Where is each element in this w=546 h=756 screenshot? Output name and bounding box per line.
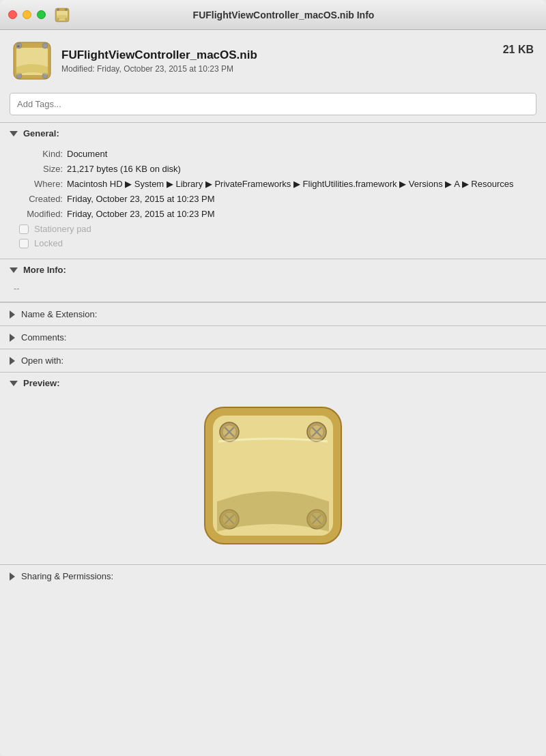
main-content: FUFlightViewController_macOS.nib Modifie… [0,30,546,756]
open-with-section-header[interactable]: Open with: [0,349,546,372]
preview-section-header[interactable]: Preview: [0,373,546,394]
stationery-pad-row: Stationery pad [19,222,532,236]
more-info-value: -- [14,283,20,293]
window: FUFlightViewController_macOS.nib Info FU… [0,0,546,756]
size-label: Size: [14,162,63,177]
created-label: Created: [14,192,63,207]
created-value: Friday, October 23, 2015 at 10:23 PM [67,192,532,207]
title-bar: FUFlightViewController_macOS.nib Info [0,0,546,30]
locked-label: Locked [34,238,63,248]
general-section-header[interactable]: General: [0,123,546,144]
more-info-triangle-icon [10,267,18,273]
kind-row: Kind: Document [14,147,532,162]
general-triangle-icon [10,131,18,136]
general-section-content: Kind: Document Size: 21,217 bytes (16 KB… [0,144,546,259]
sharing-section-title: Sharing & Permissions: [21,571,113,581]
locked-row: Locked [19,236,532,250]
modified-row: Modified: Friday, October 23, 2015 at 10… [14,207,532,222]
close-button[interactable] [8,10,17,19]
where-label: Where: [14,177,63,192]
file-name: FUFlightViewController_macOS.nib [61,48,493,63]
comments-section-header[interactable]: Comments: [0,326,546,349]
name-extension-triangle-icon [10,310,15,319]
tags-section [0,89,546,122]
kind-value: Document [67,147,532,162]
file-icon-large [12,41,52,81]
where-value: Macintosh HD ▶ System ▶ Library ▶ Privat… [67,177,532,192]
more-info-content: -- [0,280,546,302]
file-modified-date: Modified: Friday, October 23, 2015 at 10… [61,64,493,74]
preview-triangle-icon [10,381,18,386]
name-extension-section-header[interactable]: Name & Extension: [0,302,546,325]
general-section-title: General: [23,128,59,139]
created-row: Created: Friday, October 23, 2015 at 10:… [14,192,532,207]
file-size: 21 KB [503,41,534,56]
modified-label: Modified: [14,207,63,222]
preview-section-title: Preview: [23,378,59,388]
tags-input[interactable] [10,93,536,115]
stationery-pad-label: Stationery pad [34,224,91,234]
comments-triangle-icon [10,334,15,342]
name-extension-title: Name & Extension: [21,309,97,319]
more-info-section-header[interactable]: More Info: [0,259,546,280]
sharing-section-header[interactable]: Sharing & Permissions: [0,565,546,587]
window-title: FUFlightViewController_macOS.nib Info [29,10,538,20]
comments-title: Comments: [21,332,66,343]
where-row: Where: Macintosh HD ▶ System ▶ Library ▶… [14,177,532,192]
size-row: Size: 21,217 bytes (16 KB on disk) [14,162,532,177]
sharing-triangle-icon [10,572,15,581]
modified-value: Friday, October 23, 2015 at 10:23 PM [67,207,532,222]
svg-point-8 [16,43,22,48]
kind-label: Kind: [14,147,63,162]
preview-nib-icon [198,401,348,551]
locked-checkbox[interactable] [19,239,29,248]
file-header: FUFlightViewController_macOS.nib Modifie… [0,30,546,89]
more-info-section-title: More Info: [23,265,66,275]
size-value: 21,217 bytes (16 KB on disk) [67,162,532,177]
svg-point-9 [42,43,48,48]
open-with-title: Open with: [21,355,63,366]
open-with-triangle-icon [10,357,15,365]
preview-content [0,394,546,564]
stationery-pad-checkbox[interactable] [19,224,29,234]
file-info: FUFlightViewController_macOS.nib Modifie… [61,48,493,74]
